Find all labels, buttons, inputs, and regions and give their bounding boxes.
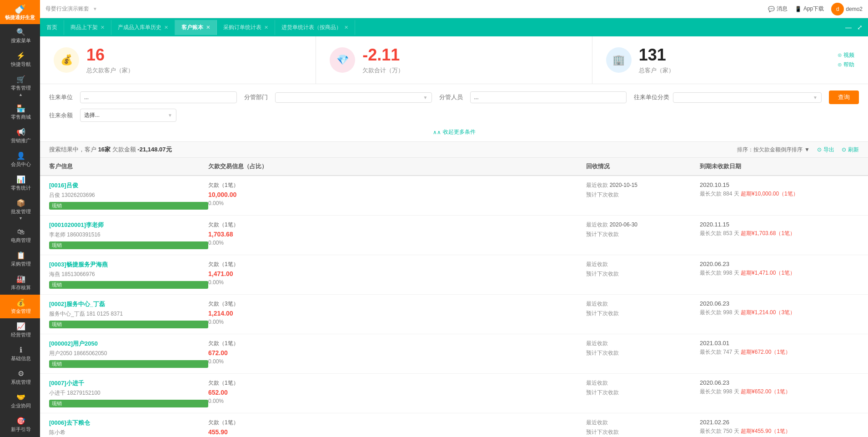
search-button[interactable]: 查询 (829, 90, 859, 104)
overdue-amount-1[interactable]: 超期¥1,703.68（1笔） (741, 230, 795, 236)
tab-home-label: 首页 (46, 24, 57, 31)
customer-tag-4: 现销 (49, 360, 208, 368)
tab-product-history[interactable]: 产成品入库单历史 ✕ (111, 20, 175, 35)
quick-nav-icon: ⚡ (3, 51, 38, 60)
collapse-button[interactable]: ∧∧ 收起更多条件 (433, 128, 476, 136)
overdue-amount-0[interactable]: 超期¥10,000.00（1笔） (741, 191, 798, 197)
sidebar-item-enterprise-coop[interactable]: 🤝 企业协同 (0, 389, 40, 413)
chevron-down-balance-icon: ▼ (168, 113, 172, 118)
customer-name-2[interactable]: [0003]畅捷服务尹海燕 (49, 261, 208, 269)
sidebar-item-inventory[interactable]: 🏭 库存核算 (0, 271, 40, 295)
person-label: 分管人员 (439, 93, 467, 101)
sidebar-item-label: 零售商城 (3, 114, 38, 121)
company-dropdown-icon[interactable]: ▼ (93, 6, 97, 11)
stat-card-right: ⊙ 视频 ⊙ 帮助 (838, 51, 854, 69)
app-download-btn[interactable]: 📱 App下载 (795, 5, 824, 13)
debt-ratio-1: 0.00% (208, 240, 586, 246)
customer-name-4[interactable]: [000002]用户2050 (49, 340, 208, 348)
person-input[interactable]: ... (470, 91, 627, 103)
sidebar-item-ecommerce[interactable]: 🛍 电商管理 (0, 224, 40, 247)
last-collect-2: 最近收款 (586, 261, 700, 268)
category-select[interactable]: ▼ (673, 92, 822, 103)
last-collect-6: 最近收款 (586, 419, 700, 427)
balance-select[interactable]: 选择... ▼ (80, 109, 176, 122)
operations-icon: 📈 (3, 322, 38, 331)
close-icon-2[interactable]: ✕ (164, 25, 168, 30)
refresh-button[interactable]: ⊙ 刷新 (842, 146, 859, 154)
customer-tag-5: 现销 (49, 400, 208, 407)
sidebar-item-marketing[interactable]: 📢 营销推广 (0, 124, 40, 148)
overdue-amount-2[interactable]: 超期¥1,471.00（1笔） (741, 270, 795, 276)
sidebar-item-retail-mgmt[interactable]: 🛒 零售管理 ▲ (0, 71, 40, 100)
balance-label: 往来余额 (49, 111, 76, 120)
filter-vendor: 往来单位 ... (49, 91, 237, 103)
customer-info-3: [0002]服务中心_丁磊 服务中心_丁磊 181 0125 8371 现销 (49, 300, 208, 328)
help-link[interactable]: ⊙ 帮助 (838, 61, 854, 69)
tab-home[interactable]: 首页 (40, 20, 64, 35)
sidebar-item-member-center[interactable]: 👤 会员中心 (0, 148, 40, 171)
overdue-amount-4[interactable]: 超期¥672.00（1笔） (741, 349, 791, 355)
tab-purchase-order[interactable]: 采购订单统计表 ✕ (217, 20, 275, 35)
customer-name-0[interactable]: [0016]吕俊 (49, 181, 208, 190)
wholesale-mgmt-icon: 📦 (3, 199, 38, 207)
sidebar-item-search-menu[interactable]: 🔍 搜索菜单 (0, 24, 40, 48)
sidebar-item-system-mgmt[interactable]: ⚙ 系统管理 (0, 366, 40, 389)
debt-ratio-3: 0.00% (208, 319, 586, 325)
customer-info-1: [0001020001]李老师 李老师 18600391516 现销 (49, 221, 208, 249)
overdue-info-3: 2020.06.23 最长欠款 998 天 超期¥1,214.00（3笔） (700, 300, 859, 328)
stat-value-customers: 131 总客户（家） (639, 45, 674, 75)
top-bar: 母婴行业演示账套 ▼ 💬 消息 📱 App下载 d demo2 (40, 0, 868, 18)
close-icon-5[interactable]: ✕ (344, 25, 348, 30)
video-link[interactable]: ⊙ 视频 (838, 51, 854, 59)
overdue-amount-5[interactable]: 超期¥652.00（1笔） (741, 388, 791, 395)
tab-product-offline[interactable]: 商品上下架 ✕ (64, 20, 111, 35)
table-row: [0002]服务中心_丁磊 服务中心_丁磊 181 0125 8371 现销 欠… (40, 295, 868, 334)
overdue-days-2: 最长欠款 998 天 超期¥1,471.00（1笔） (700, 269, 859, 277)
inventory-icon: 🏭 (3, 275, 38, 283)
tab-customer-account-label: 客户账本 (181, 24, 203, 31)
close-icon-4[interactable]: ✕ (264, 25, 268, 30)
customer-name-3[interactable]: [0002]服务中心_丁磊 (49, 300, 208, 308)
customer-name-6[interactable]: [0006]去下粮仓 (49, 419, 208, 427)
sidebar-item-new-guide[interactable]: 🎯 新手引导 (0, 413, 40, 437)
tab-inbound-stats[interactable]: 进货单统计表（按商品） ✕ (275, 20, 355, 35)
refresh-label: 刷新 (848, 146, 859, 154)
category-label: 往来单位分类 (634, 93, 669, 101)
sidebar-item-operations[interactable]: 📈 经营管理 (0, 318, 40, 342)
debt-amount-5: 652.00 (208, 389, 586, 396)
debt-count-4: 欠款（1笔） (208, 340, 586, 347)
overdue-days-3: 最长欠款 998 天 超期¥1,214.00（3笔） (700, 309, 859, 316)
sort-select[interactable]: 排序：按欠款金额倒序排序 ▼ (737, 146, 810, 154)
dept-select[interactable]: ▼ (275, 92, 432, 103)
sidebar-item-purchase-mgmt[interactable]: 📋 采购管理 (0, 247, 40, 271)
customer-name-5[interactable]: [0007]小进千 (49, 379, 208, 387)
debt-amount-0: 10,000.00 (208, 191, 586, 198)
customer-tag-0: 现销 (49, 202, 208, 210)
user-avatar[interactable]: d demo2 (831, 3, 863, 15)
sidebar-item-retail-stats[interactable]: 📊 零售统计 (0, 171, 40, 195)
basic-info-icon: ℹ (3, 346, 38, 354)
filter-person: 分管人员 ... (439, 91, 627, 103)
overdue-amount-3[interactable]: 超期¥1,214.00（3笔） (741, 309, 795, 316)
tab-minimize-btn[interactable]: — (843, 23, 853, 32)
customer-name-1[interactable]: [0001020001]李老师 (49, 221, 208, 229)
tab-expand-btn[interactable]: ⤢ (855, 23, 864, 32)
result-info-text: 搜索结果中，客户 (49, 146, 96, 153)
overdue-amount-6[interactable]: 超期¥455.90（1笔） (741, 428, 791, 434)
close-icon[interactable]: ✕ (100, 25, 105, 30)
tab-bar: 首页 商品上下架 ✕ 产成品入库单历史 ✕ 客户账本 ✕ 采购订单统计表 ✕ 进… (40, 18, 868, 36)
export-button[interactable]: ⊙ 导出 (817, 146, 834, 154)
tab-customer-account[interactable]: 客户账本 ✕ (175, 20, 217, 35)
search-menu-icon: 🔍 (3, 28, 38, 36)
sidebar-item-basic-info[interactable]: ℹ 基础信息 (0, 342, 40, 366)
enterprise-coop-icon: 🤝 (3, 393, 38, 402)
sidebar-item-wholesale-mgmt[interactable]: 📦 批发管理 ▼ (0, 195, 40, 224)
sidebar-item-finance[interactable]: 💰 资金管理 (0, 295, 40, 318)
sidebar-item-quick-nav[interactable]: ⚡ 快捷导航 (0, 48, 40, 71)
avatar-circle: d (831, 3, 844, 15)
message-btn[interactable]: 💬 消息 (768, 5, 788, 13)
vendor-input[interactable]: ... (80, 91, 237, 103)
close-icon-3[interactable]: ✕ (206, 25, 210, 30)
sidebar-item-label: 资金管理 (3, 308, 38, 315)
sidebar-item-retail-mall[interactable]: 🏪 零售商城 (0, 100, 40, 124)
